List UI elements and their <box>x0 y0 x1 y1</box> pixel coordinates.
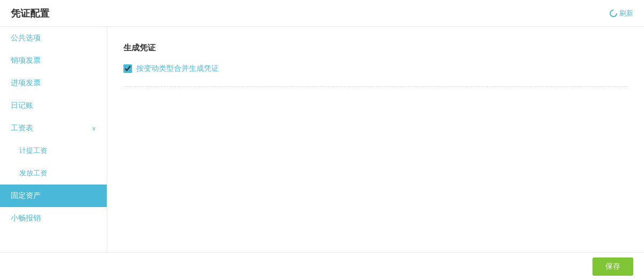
page-header: 凭证配置 刷新 <box>0 0 644 27</box>
sidebar-item-purchase-invoice[interactable]: 进项发票 <box>0 72 107 94</box>
sidebar-item-label: 日记账 <box>11 101 33 110</box>
sidebar-item-journal[interactable]: 日记账 <box>0 94 107 117</box>
refresh-icon <box>608 8 619 19</box>
main-content: 生成凭证 按变动类型合并生成凭证 <box>107 27 644 252</box>
section-divider <box>123 86 628 87</box>
sidebar-item-public-options[interactable]: 公共选项 <box>0 27 107 49</box>
sidebar-item-payroll-table[interactable]: 工资表∨ <box>0 117 107 139</box>
refresh-button[interactable]: 刷新 <box>610 9 633 18</box>
sidebar-item-payroll-accrual[interactable]: 计提工资 <box>0 139 107 162</box>
merge-checkbox[interactable] <box>123 64 132 73</box>
sidebar: 公共选项销项发票进项发票日记账工资表∨计提工资发放工资固定资产小畅报销 <box>0 27 107 252</box>
save-button[interactable]: 保存 <box>592 257 633 276</box>
merge-checkbox-label[interactable]: 按变动类型合并生成凭证 <box>136 64 219 73</box>
page-footer: 保存 <box>0 252 644 280</box>
sidebar-item-sales-invoice[interactable]: 销项发票 <box>0 49 107 72</box>
chevron-down-icon: ∨ <box>92 125 96 132</box>
sidebar-item-fixed-assets[interactable]: 固定资产 <box>0 185 107 207</box>
sidebar-item-payroll-distribution[interactable]: 发放工资 <box>0 162 107 185</box>
sidebar-item-label: 销项发票 <box>11 56 41 65</box>
section-title: 生成凭证 <box>123 43 628 53</box>
checkbox-row: 按变动类型合并生成凭证 <box>123 64 628 73</box>
sidebar-item-expense-reimbursement[interactable]: 小畅报销 <box>0 207 107 230</box>
sidebar-item-label: 工资表 <box>11 123 33 133</box>
sidebar-item-label: 进项发票 <box>11 78 41 88</box>
page-title: 凭证配置 <box>11 7 49 20</box>
sidebar-item-label: 公共选项 <box>11 33 41 43</box>
page-body: 公共选项销项发票进项发票日记账工资表∨计提工资发放工资固定资产小畅报销 生成凭证… <box>0 27 644 252</box>
refresh-label: 刷新 <box>619 9 633 18</box>
sidebar-item-label: 发放工资 <box>19 168 47 178</box>
sidebar-item-label: 小畅报销 <box>11 213 41 223</box>
sidebar-item-label: 固定资产 <box>11 191 41 201</box>
sidebar-item-label: 计提工资 <box>19 146 47 156</box>
page-wrapper: 凭证配置 刷新 公共选项销项发票进项发票日记账工资表∨计提工资发放工资固定资产小… <box>0 0 644 280</box>
